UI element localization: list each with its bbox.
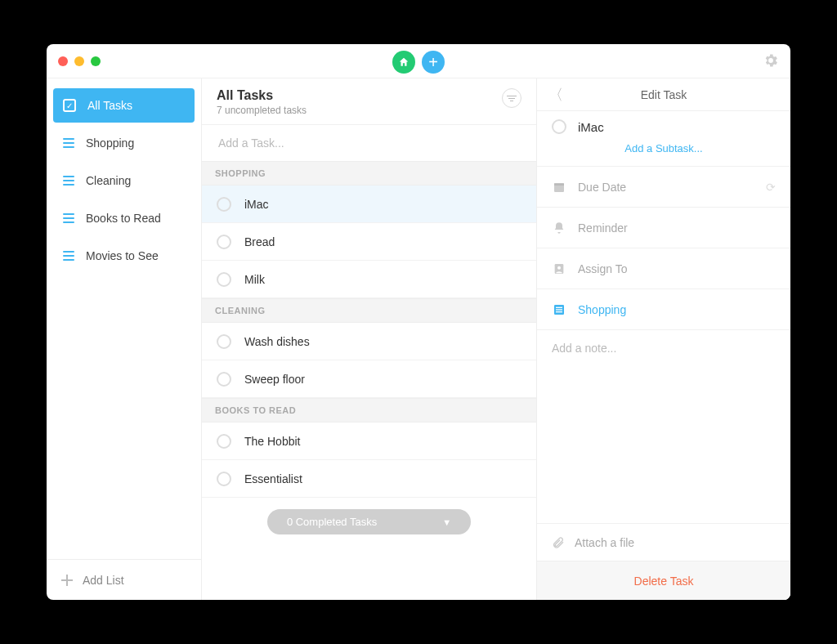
task-name: Milk [244,273,265,286]
svg-point-3 [557,266,561,269]
person-icon [552,262,566,275]
add-list-label: Add List [83,574,124,587]
plus-icon [61,575,73,586]
completed-tasks-label: 0 Completed Tasks [287,516,377,528]
svg-rect-7 [556,311,562,312]
titlebar-center: + [392,51,445,74]
svg-rect-5 [556,306,562,307]
list-icon [63,138,74,148]
task-row[interactable]: Wash dishes [202,323,536,360]
completed-tasks-toggle[interactable]: 0 Completed Tasks ▼ [267,509,471,534]
add-task-placeholder: Add a Task... [218,136,284,150]
content: ✓ All Tasks Shopping Cleaning Books to R… [47,78,790,600]
maximize-window-button[interactable] [91,56,101,66]
sidebar-item-label: Shopping [86,136,134,150]
detail-header: 〈 Edit Task [537,78,790,111]
delete-task-button[interactable]: Delete Task [537,561,790,600]
section-header-shopping: SHOPPING [202,161,536,186]
task-row[interactable]: The Hobbit [202,423,536,460]
home-button[interactable] [392,51,415,74]
detail-title: Edit Task [641,88,687,101]
sidebar-item-cleaning[interactable]: Cleaning [53,163,195,198]
home-icon [398,56,410,68]
list-icon [552,303,566,316]
detail-task-name: iMac [578,120,604,134]
task-name: Bread [244,235,275,248]
due-date-field[interactable]: Due Date ⟳ [537,166,790,207]
app-window: + ✓ All Tasks Shopping Cleaning [47,44,790,600]
sidebar-item-label: All Tasks [87,99,132,112]
task-detail-panel: 〈 Edit Task iMac Add a Subtask... Due Da… [537,78,790,600]
add-task-input[interactable]: Add a Task... [202,125,536,161]
filter-icon [507,95,517,102]
task-list-panel: All Tasks 7 uncompleted tasks Add a Task… [202,78,537,600]
task-list-header: All Tasks 7 uncompleted tasks [202,78,536,125]
task-checkbox[interactable] [217,334,231,349]
note-input[interactable]: Add a note... [537,329,790,523]
sidebar: ✓ All Tasks Shopping Cleaning Books to R… [47,78,202,600]
task-checkbox[interactable] [217,235,231,249]
repeat-icon: ⟳ [766,181,776,194]
filter-button[interactable] [502,88,521,108]
close-window-button[interactable] [58,56,68,66]
task-name: Sweep floor [244,373,305,386]
settings-button[interactable] [763,52,779,69]
check-all-icon: ✓ [63,99,76,112]
sidebar-item-shopping[interactable]: Shopping [53,126,195,160]
plus-icon: + [428,54,438,70]
sidebar-item-label: Cleaning [86,174,131,187]
sidebar-item-all-tasks[interactable]: ✓ All Tasks [53,88,195,123]
task-name: iMac [244,198,269,211]
gear-icon [763,52,779,69]
sidebar-list: ✓ All Tasks Shopping Cleaning Books to R… [47,78,201,559]
task-row[interactable]: Bread [202,223,536,261]
task-checkbox[interactable] [552,119,566,134]
bell-icon [552,221,566,235]
svg-rect-1 [554,183,564,186]
task-row[interactable]: Essentialist [202,460,536,498]
assign-to-field[interactable]: Assign To [537,248,790,288]
list-icon [63,176,74,186]
list-field[interactable]: Shopping [537,288,790,329]
section-header-books: BOOKS TO READ [202,398,536,423]
section-header-cleaning: CLEANING [202,298,536,323]
window-controls [58,56,101,66]
calendar-icon [552,181,566,194]
task-row[interactable]: Milk [202,261,536,298]
task-name: The Hobbit [244,435,300,448]
sidebar-item-movies-to-see[interactable]: Movies to See [53,239,195,273]
task-name: Wash dishes [244,335,310,348]
task-name: Essentialist [244,472,302,485]
detail-task: iMac [537,111,790,139]
note-placeholder: Add a note... [552,342,616,355]
add-list-button[interactable]: Add List [47,559,201,600]
task-list-title: All Tasks [217,88,307,103]
sidebar-item-label: Books to Read [86,212,161,225]
titlebar: + [47,44,790,78]
chevron-down-icon: ▼ [442,517,451,527]
task-row[interactable]: iMac [202,186,536,223]
task-list-subtitle: 7 uncompleted tasks [217,105,307,116]
list-icon [63,213,74,223]
task-row[interactable]: Sweep floor [202,360,536,398]
chevron-left-icon: 〈 [548,87,563,103]
minimize-window-button[interactable] [74,56,84,66]
add-subtask-button[interactable]: Add a Subtask... [537,139,790,166]
reminder-field[interactable]: Reminder [537,207,790,248]
add-button[interactable]: + [422,51,445,74]
task-checkbox[interactable] [217,197,231,212]
sidebar-item-books-to-read[interactable]: Books to Read [53,201,195,235]
task-checkbox[interactable] [217,434,231,449]
svg-rect-6 [556,309,562,310]
sidebar-item-label: Movies to See [86,249,159,262]
task-checkbox[interactable] [217,372,231,387]
task-checkbox[interactable] [217,272,231,287]
task-checkbox[interactable] [217,472,231,486]
attach-file-button[interactable]: Attach a file [537,523,790,561]
back-button[interactable]: 〈 [548,85,563,105]
paperclip-icon [552,536,565,549]
list-icon [63,251,74,261]
